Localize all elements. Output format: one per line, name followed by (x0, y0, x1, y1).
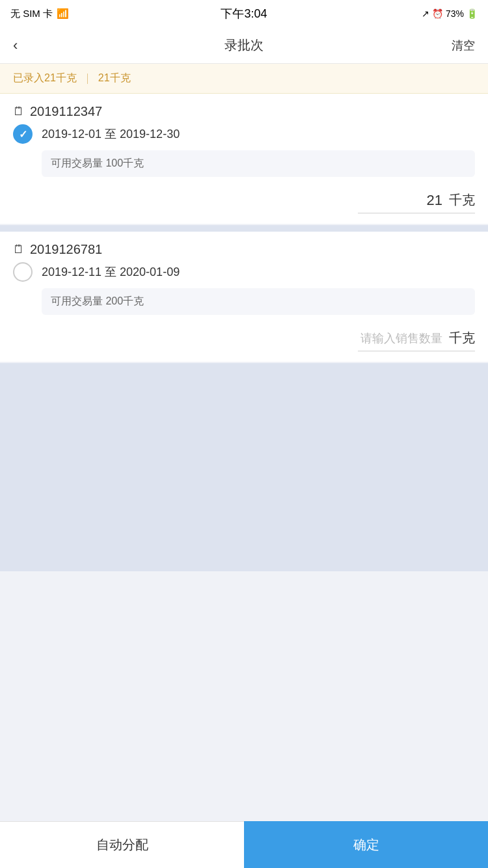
back-button[interactable]: ‹ (13, 37, 18, 54)
batch2-header: 🗒 2019126781 (13, 242, 475, 257)
batch2-radio[interactable] (13, 262, 33, 282)
batch1-available: 可用交易量 100千克 (42, 150, 475, 177)
batch1-header: 🗒 2019112347 (13, 104, 475, 119)
status-bar: 无 SIM 卡 📶 下午3:04 ↗ ⏰ 73% 🔋 (0, 0, 488, 27)
batch2-available: 可用交易量 200千克 (42, 288, 475, 315)
location-icon: ↗ (422, 8, 429, 19)
auto-distribute-button[interactable]: 自动分配 (0, 821, 244, 868)
section-separator (0, 225, 488, 232)
battery-icon: 🔋 (467, 8, 478, 19)
nav-bar: ‹ 录批次 清空 (0, 27, 488, 64)
bottom-bar: 自动分配 确定 (0, 821, 488, 868)
batch1-doc-icon: 🗒 (13, 105, 25, 118)
batch2-date: 2019-12-11 至 2020-01-09 (42, 264, 180, 280)
status-right: ↗ ⏰ 73% 🔋 (422, 8, 478, 19)
batch1-row[interactable]: 2019-12-01 至 2019-12-30 (13, 124, 475, 144)
batch2-unit: 千克 (449, 329, 475, 347)
batch2-id: 2019126781 (30, 242, 102, 257)
batch1-date: 2019-12-01 至 2019-12-30 (42, 126, 180, 142)
sim-label: 无 SIM 卡 (10, 8, 53, 20)
clear-button[interactable]: 清空 (452, 38, 475, 53)
batch1-radio[interactable] (13, 124, 33, 144)
wifi-icon: 📶 (57, 8, 69, 20)
batch2-input-placeholder[interactable]: 请输入销售数量 (360, 331, 442, 346)
batch1-unit: 千克 (449, 191, 475, 209)
summary-bar: 已录入21千克 21千克 (0, 64, 488, 94)
summary-divider (87, 74, 88, 84)
page-title: 录批次 (224, 36, 264, 54)
batch1-quantity-row: 21 千克 (13, 185, 475, 213)
recorded-label: 已录入21千克 (13, 72, 77, 85)
empty-gray-area (0, 363, 488, 571)
confirm-button[interactable]: 确定 (244, 821, 488, 868)
batch1-card: 🗒 2019112347 2019-12-01 至 2019-12-30 可用交… (0, 94, 488, 224)
batch2-card: 🗒 2019126781 2019-12-11 至 2020-01-09 可用交… (0, 232, 488, 362)
battery-label: 73% (446, 8, 464, 19)
status-time: 下午3:04 (221, 6, 267, 21)
summary-value: 21千克 (98, 72, 131, 85)
batch1-divider (358, 213, 475, 213)
batch2-quantity-row: 请输入销售数量 千克 (13, 323, 475, 351)
alarm-icon: ⏰ (432, 8, 443, 19)
batch2-divider (358, 351, 475, 351)
batch2-row[interactable]: 2019-12-11 至 2020-01-09 (13, 262, 475, 282)
batch1-id: 2019112347 (30, 104, 102, 119)
status-left: 无 SIM 卡 📶 (10, 8, 69, 20)
batch2-doc-icon: 🗒 (13, 243, 25, 256)
batch1-quantity-value: 21 (427, 192, 442, 209)
